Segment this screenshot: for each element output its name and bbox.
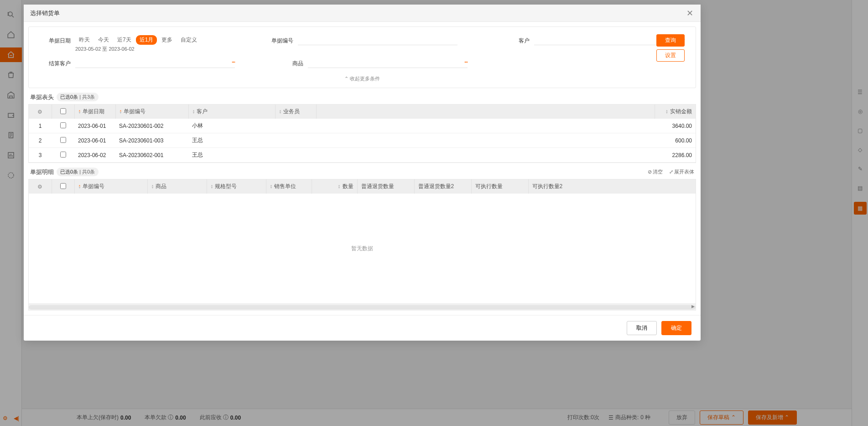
detail-section-bar: 单据明细 已选0条 | 共0条 ⊘清空 ⤢展开表体 — [28, 163, 696, 179]
col-unit[interactable]: 销售单位 — [274, 183, 296, 189]
row-index: 1 — [29, 119, 52, 133]
cell-salesperson — [275, 119, 316, 133]
select-sales-order-modal: 选择销货单 ✕ 单据日期 昨天 今天 近7天 近1月 更多 自定义 — [24, 5, 701, 341]
modal-title: 选择销货单 — [30, 9, 60, 17]
cell-date: 2023-06-02 — [74, 148, 115, 163]
gear-icon[interactable]: ⚙ — [37, 109, 43, 115]
filter-label-docno: 单据编号 — [262, 35, 298, 45]
col-docno[interactable]: 单据编号 — [83, 183, 104, 189]
row-checkbox[interactable] — [60, 137, 66, 143]
row-checkbox[interactable] — [60, 122, 66, 128]
col-qty[interactable]: 数量 — [343, 183, 353, 189]
header-table: ⚙ 单据日期 单据编号 客户 业务员 实销金额 1 2023-06-01 SA-… — [28, 104, 696, 163]
filter-label-date: 单据日期 — [40, 35, 75, 45]
detail-table: ⚙ 单据编号 商品 规格型号 销售单位 数量 普通退货数量 普通退货数量2 可执… — [28, 179, 696, 310]
settle-customer-lookup-icon[interactable]: ··· — [232, 59, 235, 65]
gear-icon[interactable]: ⚙ — [37, 184, 43, 190]
date-tab-today[interactable]: 今天 — [94, 35, 113, 45]
row-index: 2 — [29, 133, 52, 148]
sort-icon[interactable] — [270, 184, 273, 189]
header-selection-badge: 已选0条 | 共3条 — [57, 93, 99, 101]
cell-amount: 3640.00 — [655, 119, 696, 133]
cancel-button[interactable]: 取消 — [627, 321, 657, 335]
col-return-qty[interactable]: 普通退货数量 — [361, 183, 394, 189]
col-date[interactable]: 单据日期 — [83, 108, 104, 115]
select-all-detail-checkbox[interactable] — [60, 183, 66, 189]
expand-body-button[interactable]: ⤢展开表体 — [669, 168, 694, 175]
filter-label-settle-customer: 结算客户 — [40, 58, 75, 68]
sort-icon[interactable] — [120, 109, 122, 115]
date-range-text: 2023-05-02 至 2023-06-02 — [75, 46, 201, 53]
close-icon[interactable]: ✕ — [685, 9, 694, 18]
cell-customer: 小林 — [188, 119, 275, 133]
date-tab-custom[interactable]: 自定义 — [177, 35, 201, 45]
col-docno[interactable]: 单据编号 — [124, 108, 146, 115]
sort-icon[interactable] — [279, 109, 282, 115]
detail-selection-badge: 已选0条 | 共0条 — [57, 168, 99, 176]
settle-customer-input[interactable] — [75, 58, 235, 68]
sort-icon[interactable] — [211, 184, 213, 189]
sort-icon[interactable] — [78, 184, 81, 189]
sort-icon[interactable] — [665, 109, 668, 115]
filter-label-product: 商品 — [272, 58, 308, 68]
sort-icon[interactable] — [151, 184, 154, 189]
date-tab-yesterday[interactable]: 昨天 — [75, 35, 94, 45]
cell-docno: SA-20230601-002 — [115, 119, 188, 133]
col-product[interactable]: 商品 — [156, 183, 166, 189]
modal-body: 单据日期 昨天 今天 近7天 近1月 更多 自定义 2023-05-02 至 2… — [24, 22, 701, 315]
cell-docno: SA-20230602-001 — [115, 148, 188, 163]
filter-label-customer: 客户 — [499, 35, 534, 45]
modal-footer: 取消 确定 — [24, 315, 701, 341]
query-button[interactable]: 查询 — [656, 34, 685, 47]
cell-salesperson — [275, 148, 316, 163]
clear-button[interactable]: ⊘清空 — [648, 168, 663, 175]
col-salesperson[interactable]: 业务员 — [283, 108, 300, 115]
sort-icon[interactable] — [78, 109, 81, 115]
col-return-qty2[interactable]: 普通退货数量2 — [418, 183, 454, 189]
table-row[interactable]: 3 2023-06-02 SA-20230602-001 王总 2286.00 — [29, 148, 696, 163]
col-spec[interactable]: 规格型号 — [215, 183, 237, 189]
table-row[interactable]: 1 2023-06-01 SA-20230601-002 小林 3640.00 — [29, 119, 696, 133]
cell-customer: 王总 — [188, 133, 275, 148]
sort-icon[interactable] — [192, 109, 195, 115]
cell-amount: 600.00 — [655, 133, 696, 148]
cell-amount: 2286.00 — [655, 148, 696, 163]
settings-button[interactable]: 设置 — [656, 49, 685, 62]
ok-button[interactable]: 确定 — [661, 321, 691, 335]
detail-section-title: 单据明细 — [30, 168, 54, 176]
collapse-filters-button[interactable]: 收起更多条件 — [40, 74, 685, 84]
date-tab-7days[interactable]: 近7天 — [114, 35, 135, 45]
table-row[interactable]: 2 2023-06-01 SA-20230601-003 王总 600.00 — [29, 133, 696, 148]
doc-no-input[interactable] — [298, 35, 457, 45]
col-amount[interactable]: 实销金额 — [670, 108, 692, 115]
cell-date: 2023-06-01 — [74, 133, 115, 148]
cell-docno: SA-20230601-003 — [115, 133, 188, 148]
sort-icon[interactable] — [338, 184, 341, 189]
horizontal-scrollbar[interactable] — [29, 304, 696, 310]
date-tab-1month[interactable]: 近1月 — [136, 35, 157, 45]
cell-customer: 王总 — [188, 148, 275, 163]
filter-panel: 单据日期 昨天 今天 近7天 近1月 更多 自定义 2023-05-02 至 2… — [28, 26, 696, 88]
col-customer[interactable]: 客户 — [197, 108, 208, 115]
col-exec-qty[interactable]: 可执行数量 — [475, 183, 503, 189]
select-all-checkbox[interactable] — [60, 108, 66, 114]
expand-icon: ⤢ — [669, 169, 673, 175]
header-section-title: 单据表头 — [30, 93, 54, 101]
product-input[interactable] — [308, 58, 468, 68]
date-range-tabs: 昨天 今天 近7天 近1月 更多 自定义 — [75, 35, 201, 45]
col-exec-qty2[interactable]: 可执行数量2 — [532, 183, 563, 189]
empty-state: 暂无数据 — [29, 194, 696, 304]
row-index: 3 — [29, 148, 52, 163]
clear-icon: ⊘ — [648, 169, 652, 175]
row-checkbox[interactable] — [60, 152, 66, 158]
cell-date: 2023-06-01 — [74, 119, 115, 133]
product-lookup-icon[interactable]: ··· — [464, 59, 468, 65]
date-tab-more[interactable]: 更多 — [158, 35, 176, 45]
modal-header: 选择销货单 ✕ — [24, 5, 701, 22]
header-section-bar: 单据表头 已选0条 | 共3条 — [28, 88, 696, 104]
cell-salesperson — [275, 133, 316, 148]
